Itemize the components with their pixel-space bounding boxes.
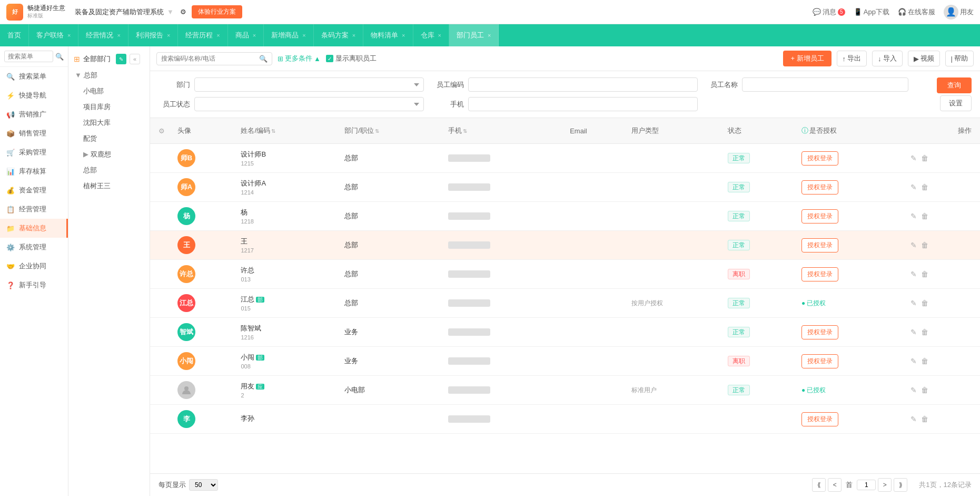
export-btn[interactable]: ↑ 导出 [837,51,867,66]
nav-tab-物料清单[interactable]: 物料清单× [363,24,413,46]
online-service-btn[interactable]: 🎧 在线客服 [898,7,935,17]
phone-input[interactable] [468,97,698,111]
edit-icon[interactable]: ✎ [910,328,917,336]
delete-icon[interactable]: 🗑 [921,183,928,191]
delete-icon[interactable]: 🗑 [921,154,928,162]
close-tab-icon[interactable]: × [67,32,71,38]
nav-tab-经营情况[interactable]: 经营情况× [78,24,128,46]
nav-tab-首页[interactable]: 首页 [0,24,29,46]
delete-icon[interactable]: 🗑 [921,328,928,336]
import-btn[interactable]: ↓ 导入 [872,51,903,66]
sidebar-item-基础信息[interactable]: 📁基础信息 [0,219,68,238]
sidebar-item-资金管理[interactable]: 💰资金管理 [0,181,68,200]
edit-icon[interactable]: ✎ [910,212,917,220]
close-tab-icon[interactable]: × [302,32,305,38]
first-page-btn[interactable]: ⟪ [812,478,826,492]
more-filter-btn[interactable]: ⊞ 更多条件 ▲ [278,54,321,63]
auth-btn[interactable]: 授权登录 [801,209,838,223]
delete-icon[interactable]: 🗑 [921,386,928,394]
auth-btn[interactable]: 授权登录 [801,151,838,166]
auth-btn[interactable]: 授权登录 [801,180,838,194]
help-btn[interactable]: | 帮助 [945,51,974,66]
close-tab-icon[interactable]: × [167,32,170,38]
delete-icon[interactable]: 🗑 [921,415,928,423]
edit-icon[interactable]: ✎ [910,415,917,423]
sidebar-item-企业协同[interactable]: 🤝企业协同 [0,257,68,276]
user-btn[interactable]: 👤 用友 [944,5,974,20]
delete-icon[interactable]: 🗑 [921,357,928,365]
sidebar-item-搜索菜单[interactable]: 🔍搜索菜单 [0,67,68,86]
trial-btn[interactable]: 体验行业方案 [192,5,242,18]
search-input[interactable] [161,55,257,62]
edit-icon[interactable]: ✎ [910,183,917,191]
set-btn[interactable]: 设置 [940,95,972,111]
close-tab-icon[interactable]: × [488,32,491,38]
collapse-btn[interactable]: « [130,54,140,64]
dept-col[interactable]: 部门/职位⇅ [340,118,444,144]
nav-tab-条码方案[interactable]: 条码方案× [314,24,363,46]
auth-btn[interactable]: 授权登录 [801,267,838,281]
col-settings-icon[interactable]: ⚙ [154,123,169,138]
auth-btn[interactable]: 授权登录 [801,412,838,426]
settings-gear[interactable]: ⚙ [180,8,186,16]
nav-tab-仓库[interactable]: 仓库× [413,24,449,46]
edit-icon[interactable]: ✎ [910,270,917,278]
auth-btn[interactable]: 授权登录 [801,354,838,368]
sidebar-item-采购管理[interactable]: 🛒采购管理 [0,143,68,162]
nav-tab-部门员工[interactable]: 部门员工× [449,24,499,46]
name-col[interactable]: 姓名/编码⇅ [236,118,340,144]
sidebar-item-营销推广[interactable]: 📢营销推广 [0,105,68,124]
sidebar-item-系统管理[interactable]: ⚙️系统管理 [0,238,68,257]
edit-icon[interactable]: ✎ [910,386,917,394]
delete-icon[interactable]: 🗑 [921,212,928,220]
dept-item-植树王三[interactable]: 植树王三 [68,178,150,194]
show-resign-toggle[interactable]: ✓ 显示离职员工 [326,54,377,63]
sidebar-item-快捷导航[interactable]: ⚡快捷导航 [0,86,68,105]
message-btn[interactable]: 💬 消息 5 [813,7,845,17]
dept-item-沈阳大库[interactable]: 沈阳大库 [68,115,150,131]
auth-btn[interactable]: 授权登录 [801,238,838,252]
edit-icon[interactable]: ✎ [910,299,917,307]
status-select[interactable] [194,97,424,111]
prev-page-btn[interactable]: < [828,478,842,492]
search-btn[interactable]: 查询 [937,77,972,93]
sidebar-item-新手引导[interactable]: ❓新手引导 [0,276,68,295]
sidebar-search-input[interactable] [4,51,53,62]
per-page-select[interactable]: 50 100 [189,479,218,491]
delete-icon[interactable]: 🗑 [921,299,928,307]
last-page-btn[interactable]: ⟫ [894,478,907,492]
sidebar-item-经营管理[interactable]: 📋经营管理 [0,200,68,219]
employee-code-input[interactable] [468,77,698,92]
dept-item-小电部[interactable]: 小电部 [68,83,150,99]
edit-icon[interactable]: ✎ [910,357,917,365]
close-tab-icon[interactable]: × [216,32,220,38]
dept-all-header[interactable]: ⊞ 全部部门 ✎ « [68,51,150,67]
sidebar-item-库存核算[interactable]: 📊库存核算 [0,162,68,181]
close-tab-icon[interactable]: × [117,32,120,38]
view-btn[interactable]: ▶ 视频 [908,51,940,66]
dept-item-双鹿想[interactable]: ▶双鹿想 [68,147,150,162]
close-tab-icon[interactable]: × [352,32,355,38]
delete-icon[interactable]: 🗑 [921,241,928,249]
dept-item-项目库房[interactable]: 项目库房 [68,99,150,115]
page-input[interactable] [857,480,876,490]
dept-item-总部[interactable]: ▼总部 [68,67,150,83]
employee-name-input[interactable] [742,77,908,92]
delete-icon[interactable]: 🗑 [921,270,928,278]
edit-icon[interactable]: ✎ [910,241,917,249]
nav-tab-新增商品[interactable]: 新增商品× [264,24,313,46]
nav-tab-客户联络[interactable]: 客户联络× [29,24,78,46]
nav-tab-经营历程[interactable]: 经营历程× [178,24,227,46]
dept-select[interactable] [194,77,424,92]
close-tab-icon[interactable]: × [253,32,256,38]
dept-item-总部[interactable]: 总部 [68,162,150,178]
edit-icon[interactable]: ✎ [116,54,126,64]
auth-btn[interactable]: 授权登录 [801,325,838,339]
sidebar-item-销售管理[interactable]: 📦销售管理 [0,124,68,143]
phone-col[interactable]: 手机⇅ [444,118,566,144]
add-employee-btn[interactable]: + 新增员工 [783,51,831,66]
edit-icon[interactable]: ✎ [910,154,917,162]
close-tab-icon[interactable]: × [438,32,441,38]
nav-tab-利润报告[interactable]: 利润报告× [128,24,178,46]
app-download-btn[interactable]: 📱 App下载 [854,7,889,17]
